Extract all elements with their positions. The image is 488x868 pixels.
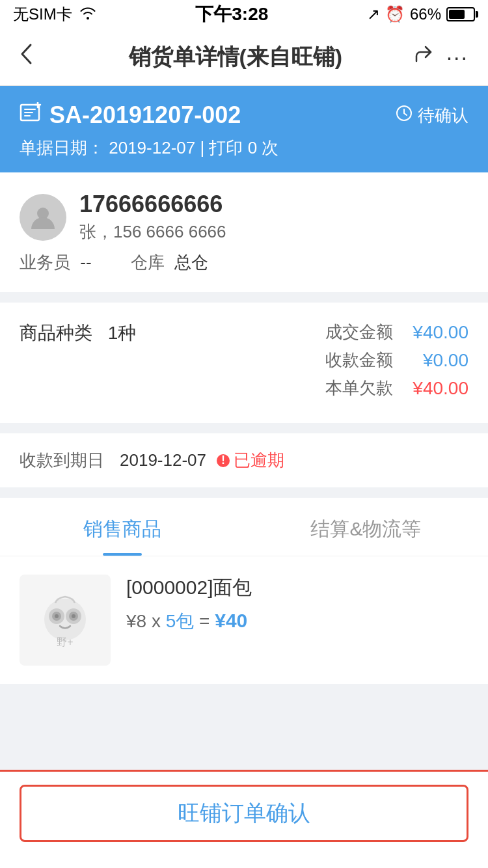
status-bar: 无SIM卡 下午3:28 ↗ ⏰ 66% bbox=[0, 0, 488, 29]
bottom-action-bar: 旺铺订单确认 bbox=[0, 770, 488, 868]
svg-text:野+: 野+ bbox=[57, 636, 73, 647]
customer-name: 张，156 6666 6666 bbox=[79, 221, 226, 243]
overdue-badge: ! 已逾期 bbox=[217, 449, 284, 472]
order-header: SA-20191207-002 待确认 单据日期： 2019-12-07 | 打… bbox=[0, 86, 488, 172]
tab-settlement[interactable]: 结算&物流等 bbox=[244, 498, 488, 556]
product-thumbnail: 野+ bbox=[20, 575, 111, 666]
product-price: ¥8 x 5包 = ¥40 bbox=[126, 609, 468, 634]
battery-icon bbox=[446, 7, 475, 21]
status-text: 待确认 bbox=[418, 104, 468, 127]
wifi-icon bbox=[79, 5, 97, 23]
customer-meta: 业务员 -- 仓库 总仓 bbox=[20, 251, 468, 274]
order-date: 单据日期： 2019-12-07 | 打印 0 次 bbox=[20, 137, 468, 159]
amounts: 成交金额 ¥40.00 收款金额 ¥0.00 本单欠款 ¥40.00 bbox=[325, 321, 468, 405]
amount-row-0: 成交金额 ¥40.00 bbox=[325, 321, 468, 344]
order-number-text: SA-20191207-002 bbox=[49, 102, 241, 129]
overdue-text: 已逾期 bbox=[234, 449, 284, 472]
tab-sales[interactable]: 销售商品 bbox=[0, 498, 244, 556]
warehouse-field: 仓库 总仓 bbox=[131, 251, 208, 274]
product-type: 商品种类 1种 bbox=[20, 321, 136, 349]
order-number: SA-20191207-002 bbox=[20, 102, 241, 129]
product-info: [0000002]面包 ¥8 x 5包 = ¥40 bbox=[126, 575, 468, 634]
more-icon[interactable]: ··· bbox=[446, 44, 468, 70]
location-icon: ↗ bbox=[367, 5, 380, 23]
status-right: ↗ ⏰ 66% bbox=[367, 5, 475, 23]
product-logo: 野+ bbox=[33, 584, 98, 657]
alarm-icon: ⏰ bbox=[385, 5, 405, 23]
tabs-header: 销售商品 结算&物流等 bbox=[0, 498, 488, 556]
share-icon[interactable] bbox=[413, 44, 433, 70]
nav-bar: 销货单详情(来自旺铺) ··· bbox=[0, 29, 488, 86]
customer-info: 17666666666 张，156 6666 6666 bbox=[79, 191, 226, 243]
status-time: 下午3:28 bbox=[195, 2, 268, 27]
battery-percent: 66% bbox=[410, 5, 441, 23]
avatar bbox=[20, 194, 66, 241]
nav-actions: ··· bbox=[413, 44, 468, 70]
back-button[interactable] bbox=[20, 43, 59, 71]
page-title: 销货单详情(来自旺铺) bbox=[129, 42, 343, 72]
status-carrier: 无SIM卡 bbox=[13, 4, 97, 25]
due-date-value: 2019-12-07 bbox=[120, 450, 206, 470]
due-section: 收款到期日 2019-12-07 ! 已逾期 bbox=[0, 433, 488, 487]
amount-row-1: 收款金额 ¥0.00 bbox=[325, 349, 468, 372]
order-number-icon bbox=[20, 102, 43, 129]
product-name: [0000002]面包 bbox=[126, 575, 468, 601]
customer-section: 17666666666 张，156 6666 6666 业务员 -- 仓库 总仓 bbox=[0, 172, 488, 292]
carrier-text: 无SIM卡 bbox=[13, 4, 72, 25]
overdue-dot-icon: ! bbox=[217, 454, 230, 467]
summary-section: 商品种类 1种 成交金额 ¥40.00 收款金额 ¥0.00 本单欠款 ¥40.… bbox=[0, 303, 488, 423]
svg-point-9 bbox=[72, 614, 75, 618]
product-type-label: 商品种类 1种 bbox=[20, 321, 136, 346]
tabs-section: 销售商品 结算&物流等 野+ bbox=[0, 498, 488, 684]
order-status: 待确认 bbox=[396, 104, 468, 127]
status-clock-icon bbox=[396, 105, 413, 126]
salesperson-field: 业务员 -- bbox=[20, 251, 92, 274]
customer-phone: 17666666666 bbox=[79, 191, 226, 218]
product-item: 野+ [0000002]面包 ¥8 x 5包 = ¥40 bbox=[0, 556, 488, 684]
confirm-order-button[interactable]: 旺铺订单确认 bbox=[20, 785, 468, 842]
svg-point-8 bbox=[55, 614, 59, 618]
amount-row-2: 本单欠款 ¥40.00 bbox=[325, 377, 468, 400]
due-date-label: 收款到期日 bbox=[20, 449, 104, 472]
